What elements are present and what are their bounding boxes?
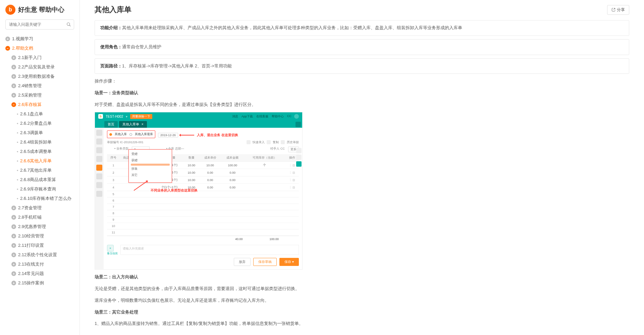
nav-item[interactable]: −2.6库存核算 bbox=[5, 100, 74, 109]
scene1-text: 对于受赠、盘盈或是拆装入库等不同的业务，是通过单据头【业务类型】进行区分。 bbox=[95, 101, 629, 109]
ss-type-switch: 其他入库 其他入库退库 bbox=[107, 130, 155, 138]
ss-tab-active: 其他入库单 × bbox=[119, 121, 147, 128]
rail-icon bbox=[96, 191, 102, 197]
meta-icon bbox=[267, 140, 271, 144]
nav-item[interactable]: +2.2产品安装及登录 bbox=[5, 62, 74, 72]
scene2-line1: 无论是受赠，还是其他类型的业务，由于入库商品质量等原因，需要退回，这时可通过单据… bbox=[95, 285, 629, 293]
nav-item[interactable]: +2.15操作案例 bbox=[5, 278, 74, 288]
nav-item[interactable]: +2.5采购管理 bbox=[5, 91, 74, 100]
nav-label: 2.6.8商品成本重算 bbox=[20, 177, 56, 183]
rail-icon bbox=[96, 156, 102, 162]
nav-item[interactable]: +1.视频学习 bbox=[5, 34, 74, 44]
nav-item[interactable]: +2.8手机旺铺 bbox=[5, 213, 74, 222]
role-box: 使用角色：通常由仓管人员维护 bbox=[95, 39, 629, 55]
ss-header-menu: 消息App下载在线客服帮助中心CC bbox=[232, 114, 291, 119]
nav-label: 2.7资金管理 bbox=[18, 205, 42, 211]
rail-icon bbox=[96, 138, 102, 145]
nav-item[interactable]: −2.帮助文档 bbox=[5, 44, 74, 53]
r-icon bbox=[296, 161, 302, 167]
nav-item[interactable]: 2.6.3调拨单 bbox=[5, 128, 74, 137]
plus-icon: + bbox=[11, 253, 16, 257]
steps-label: 操作步骤： bbox=[95, 77, 629, 86]
nav-item[interactable]: +2.7资金管理 bbox=[5, 203, 74, 213]
logo-icon: b bbox=[5, 5, 15, 15]
ss-tabs: 首页 其他入库单 × bbox=[95, 120, 302, 128]
nav-label: 2.13在线支付 bbox=[18, 261, 44, 267]
plus-icon: + bbox=[11, 215, 16, 220]
search-input[interactable] bbox=[5, 19, 74, 30]
path-text: 1、库存核算->库存管理->其他入库单 2、首页->常用功能 bbox=[122, 63, 232, 68]
path-box: 页面路径：1、库存核算->库存管理->其他入库单 2、首页->常用功能 bbox=[95, 58, 629, 74]
rail-icon bbox=[96, 147, 102, 153]
main-content: 其他入库单 分享 功能介绍：其他入库单用来处理除采购入库、产成品入库之外的其他入… bbox=[80, 0, 644, 335]
ss-body: 其他入库 其他入库退库 2019-12-26 入库、退出业务 在这里切换 单据编… bbox=[95, 128, 302, 269]
nav-label: 2.10经营管理 bbox=[18, 233, 44, 239]
scene3-line1: 1、赠品入库的商品直接转为销售。通过工具栏【复制/复制为销货单】功能，将单据信息… bbox=[95, 320, 629, 328]
ss-leftrail bbox=[95, 128, 104, 269]
nav-item[interactable]: +2.13在线支付 bbox=[5, 260, 74, 269]
nav-item[interactable]: +2.9优惠券管理 bbox=[5, 222, 74, 231]
nav-label: 2.14常见问题 bbox=[18, 271, 44, 277]
nav-label: 2.2产品安装及登录 bbox=[18, 64, 55, 70]
nav-item[interactable]: 2.6.7其他出库单 bbox=[5, 166, 74, 175]
rail-icon-active bbox=[96, 165, 102, 171]
nav-item[interactable]: +2.12系统个性化设置 bbox=[5, 250, 74, 260]
plus-icon: + bbox=[11, 224, 16, 229]
note-icon: ≡ bbox=[107, 245, 114, 252]
nav-label: 2.6.1盘点单 bbox=[20, 111, 43, 117]
page-title: 其他入库单 bbox=[95, 5, 131, 15]
scene1-title: 场景一：业务类型确认 bbox=[95, 90, 138, 95]
nav-item[interactable]: +2.1新手入门 bbox=[5, 53, 74, 62]
rail-icon bbox=[96, 130, 102, 136]
nav-item[interactable]: 2.6.1盘点单 bbox=[5, 109, 74, 119]
nav-item[interactable]: +2.11打印设置 bbox=[5, 241, 74, 250]
ss-avatar-icon bbox=[294, 114, 299, 119]
ss-buttons: 放弃 保存草稿 保存 ▾ bbox=[107, 258, 299, 266]
plus-icon: + bbox=[11, 206, 16, 210]
nav-item[interactable]: 2.6.8商品成本重算 bbox=[5, 175, 74, 184]
btn-draft: 保存草稿 bbox=[253, 258, 277, 266]
svg-point-0 bbox=[67, 23, 70, 25]
nav-label: 2.4销售管理 bbox=[18, 83, 42, 89]
nav-item[interactable]: +2.3使用前数据准备 bbox=[5, 72, 74, 81]
role-label: 使用角色： bbox=[100, 44, 122, 49]
nav-label: 2.6.2分量盘点单 bbox=[20, 120, 52, 126]
nav-label: 2.5采购管理 bbox=[18, 92, 42, 98]
nav-item[interactable]: 2.6.10库存账本错了怎么办 bbox=[5, 194, 74, 203]
nav-tree: +1.视频学习−2.帮助文档+2.1新手入门+2.2产品安装及登录+2.3使用前… bbox=[5, 34, 74, 288]
ss-dropdown: 受赠 获赠 拆装 其它 bbox=[128, 149, 172, 183]
intro-label: 功能介绍： bbox=[100, 25, 122, 30]
nav-item[interactable]: +2.10经营管理 bbox=[5, 231, 74, 241]
rail-icon bbox=[96, 173, 102, 179]
search-icon[interactable] bbox=[65, 21, 72, 28]
plus-icon: + bbox=[11, 243, 16, 248]
share-button[interactable]: 分享 bbox=[607, 5, 629, 15]
plus-icon: + bbox=[11, 93, 16, 98]
nav-item[interactable]: 2.6.5成本调整单 bbox=[5, 147, 74, 156]
btn-save: 保存 ▾ bbox=[279, 258, 299, 266]
nav-label: 2.帮助文档 bbox=[12, 45, 33, 51]
nav-label: 2.6.7其他出库单 bbox=[20, 167, 52, 173]
nav-label: 2.6.10库存账本错了怎么办 bbox=[20, 196, 71, 202]
ss-header: b TEST-H002 ▾ 用量体验一下 消息App下载在线客服帮助中心CC bbox=[95, 112, 302, 120]
nav-item[interactable]: 2.6.4组装拆卸单 bbox=[5, 137, 74, 147]
nav-label: 2.6.4组装拆卸单 bbox=[20, 139, 52, 145]
nav-label: 2.6库存核算 bbox=[18, 102, 42, 108]
plus-icon: + bbox=[11, 55, 16, 60]
search-wrap bbox=[5, 19, 74, 30]
scene3-title: 场景三：其它业务处理 bbox=[95, 310, 138, 315]
minus-icon: − bbox=[5, 46, 10, 51]
nav-item[interactable]: +2.14常见问题 bbox=[5, 269, 74, 278]
btn-cancel: 放弃 bbox=[234, 258, 251, 266]
nav-item[interactable]: 2.6.6其他入库单 bbox=[5, 156, 74, 166]
nav-item[interactable]: 2.6.2分量盘点单 bbox=[5, 119, 74, 128]
note-label: 备注信息 bbox=[107, 252, 118, 255]
nav-label: 2.6.5成本调整单 bbox=[20, 149, 52, 155]
minus-icon: − bbox=[11, 102, 16, 107]
nav-label: 2.1新手入门 bbox=[18, 55, 42, 61]
nav-item[interactable]: +2.4销售管理 bbox=[5, 81, 74, 91]
nav-item[interactable]: 2.6.9库存账本查询 bbox=[5, 184, 74, 194]
ss-top-title: TEST-H002 bbox=[106, 115, 123, 118]
note-input: 请输入补充描述 bbox=[120, 245, 299, 255]
plus-icon: + bbox=[11, 281, 16, 285]
